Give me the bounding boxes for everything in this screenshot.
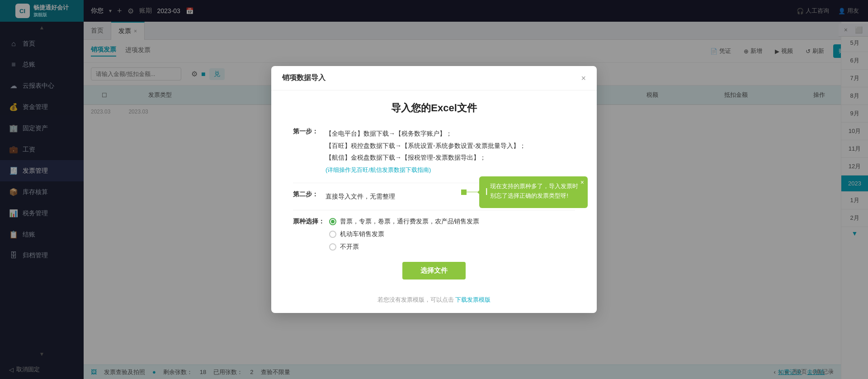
radio-3-label: 不开票 (340, 243, 359, 251)
footer-text: 若您没有发票模版，可以点击 (377, 296, 454, 303)
step1-line3: 【航信】金税盘数据下载→【报税管理-发票数据导出】； (326, 152, 575, 164)
modal-footer: 若您没有发票模版，可以点击 下载发票模版 (271, 290, 597, 313)
radio-group: 普票，专票，卷票，通行费发票，农产品销售发票 机动车销售发票 不开票 (329, 218, 479, 251)
radio-row-2: 机动车销售发票 (329, 230, 479, 238)
ticket-label: 票种选择： (293, 218, 329, 226)
tooltip-line (467, 192, 479, 192)
step1-label: 第一步： (293, 128, 320, 175)
modal-title: 销项数据导入 (282, 73, 326, 83)
modal-close-button[interactable]: × (581, 74, 586, 82)
step1-link-row: (详细操作见百旺/航信发票数据下载指南) (326, 164, 575, 176)
radio-2[interactable] (329, 231, 336, 238)
modal-header: 销项数据导入 × (271, 66, 597, 90)
tooltip-text: 现在支持的票种多了，导入发票时别忘了选择正确的发票类型呀! (490, 182, 581, 201)
radio-row-1: 普票，专票，卷票，通行费发票，农产品销售发票 (329, 218, 479, 226)
radio-3[interactable] (329, 243, 336, 251)
step1-guide-link[interactable]: (详细操作见百旺/航信发票数据下载指南) (326, 166, 431, 173)
select-file-button[interactable]: 选择文件 (402, 262, 466, 280)
step1-line1: 【全电平台】数据下载→【税务数字账户】； (326, 128, 575, 140)
modal-big-title: 导入您的Excel文件 (293, 101, 575, 115)
tooltip-bubble: × | 现在支持的票种多了，导入发票时别忘了选择正确的发票类型呀! (479, 176, 588, 208)
step1-line2: 【百旺】税控盘数据下载→【系统设置-系统参数设置-发票批量导入】； (326, 140, 575, 152)
radio-1-label: 普票，专票，卷票，通行费发票，农产品销售发票 (340, 218, 479, 226)
step1-content: 【全电平台】数据下载→【税务数字账户】； 【百旺】税控盘数据下载→【系统设置-系… (326, 128, 575, 175)
radio-row-3: 不开票 (329, 243, 479, 251)
tooltip-dot (461, 190, 467, 195)
tooltip-close-button[interactable]: × (580, 179, 584, 185)
ticket-select-row: 票种选择： 普票，专票，卷票，通行费发票，农产品销售发票 机动车销售发票 不开票 (293, 218, 575, 251)
step2-label: 第二步： (293, 190, 320, 203)
step1-row: 第一步： 【全电平台】数据下载→【税务数字账户】； 【百旺】税控盘数据下载→【系… (293, 128, 575, 175)
radio-1[interactable] (329, 218, 336, 225)
download-template-link[interactable]: 下载发票模版 (455, 296, 491, 303)
radio-2-label: 机动车销售发票 (340, 230, 384, 238)
step-divider2 (293, 210, 575, 210)
